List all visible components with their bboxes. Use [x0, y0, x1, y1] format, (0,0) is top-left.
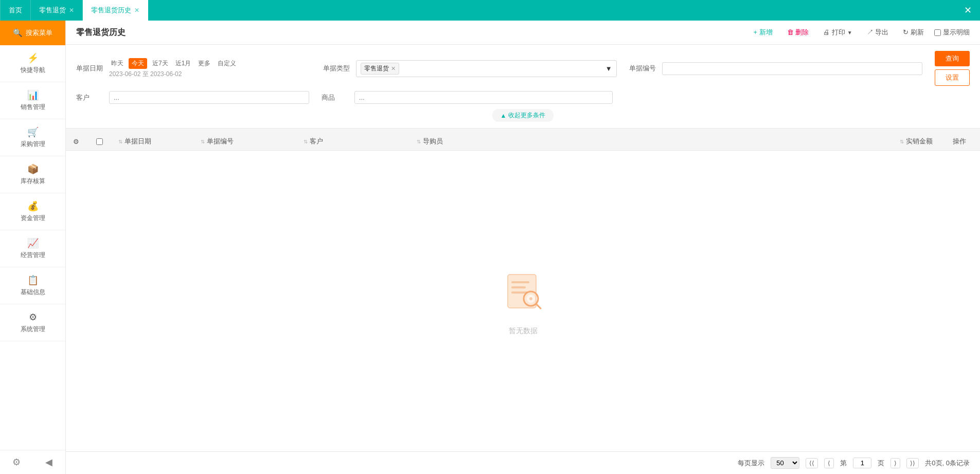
print-dropdown-icon: ▼ [847, 30, 852, 35]
th-date[interactable]: ⇅ 单据日期 [112, 137, 194, 146]
select-all-checkbox[interactable] [96, 138, 103, 145]
print-button[interactable]: 🖨 打印 ▼ [819, 26, 857, 39]
content-area: 零售退货历史 + 新增 🗑 删除 🖨 打印 ▼ ↗ 导出 ↻ 刷新 [66, 21, 980, 474]
sidebar-item-quick-nav[interactable]: ⚡ 快捷导航 [0, 45, 65, 82]
quick-nav-icon: ⚡ [27, 52, 39, 64]
set-button[interactable]: 设置 [935, 69, 970, 86]
bill-type-tag-close[interactable]: ✕ [391, 65, 396, 72]
last-page-button[interactable]: ⟩⟩ [906, 458, 919, 468]
tab-home[interactable]: 首页 [0, 0, 31, 21]
window-close-button[interactable]: ✕ [956, 5, 980, 16]
pagination: 每页显示 50 10 20 100 ⟨⟨ ⟨ 第 页 ⟩ ⟩⟩ 共0页, 0条记… [66, 451, 980, 474]
query-button[interactable]: 查询 [935, 51, 970, 66]
customer-input[interactable] [109, 91, 309, 104]
th-checkbox[interactable] [86, 138, 112, 145]
purchase-icon: 🛒 [27, 126, 39, 138]
date-btn-custom[interactable]: 自定义 [216, 58, 238, 69]
date-shortcuts: 昨天 今天 近7天 近1月 更多 自定义 [109, 58, 238, 69]
date-label: 单据日期 [76, 64, 105, 73]
th-settings[interactable]: ⚙ [66, 138, 86, 145]
sort-date-icon: ⇅ [118, 139, 122, 144]
column-settings-icon[interactable]: ⚙ [73, 138, 79, 145]
close-tab-retail-return-history[interactable]: ✕ [134, 7, 139, 14]
page-number-input[interactable] [853, 458, 871, 468]
refresh-button[interactable]: ↻ 刷新 [899, 26, 928, 39]
action-buttons: 查询 设置 [935, 51, 970, 86]
collapse-row: ▲ 收起更多条件 [76, 109, 970, 122]
date-btn-7days[interactable]: 近7天 [150, 58, 170, 69]
sales-icon: 📊 [27, 89, 39, 101]
bill-type-filter: 单据类型 零售退货 ✕ ▼ [323, 60, 616, 77]
th-bill-no[interactable]: ⇅ 单据编号 [194, 137, 297, 146]
sort-bill-icon: ⇅ [201, 139, 205, 144]
date-btn-yesterday[interactable]: 昨天 [109, 58, 126, 69]
inventory-icon: 📦 [27, 163, 39, 175]
goods-filter: 商品 [322, 91, 613, 104]
show-detail-checkbox-label[interactable]: 显示明细 [934, 28, 970, 37]
svg-rect-2 [511, 286, 526, 288]
bill-type-tag: 零售退货 ✕ [361, 63, 399, 75]
date-btn-today[interactable]: 今天 [129, 58, 147, 69]
page-size-label: 每页显示 [738, 459, 764, 468]
show-detail-checkbox[interactable] [934, 29, 941, 36]
tab-retail-return-history[interactable]: 零售退货历史 ✕ [83, 0, 148, 21]
sidebar-toggle-button[interactable]: ◀ [33, 450, 66, 474]
date-btn-1month[interactable]: 近1月 [173, 58, 193, 69]
page-size-select[interactable]: 50 10 20 100 [771, 457, 799, 469]
bill-type-dropdown-icon: ▼ [605, 65, 612, 72]
next-page-button[interactable]: ⟩ [890, 458, 900, 468]
sidebar-item-operations[interactable]: 📈 经营管理 [0, 230, 65, 267]
th-customer[interactable]: ⇅ 客户 [297, 137, 411, 146]
goods-input[interactable] [354, 91, 613, 104]
collapse-button[interactable]: ▲ 收起更多条件 [492, 109, 554, 122]
svg-line-5 [536, 304, 541, 308]
sidebar-search[interactable]: 🔍 搜索菜单 [0, 21, 65, 45]
first-page-button[interactable]: ⟨⟨ [806, 458, 818, 468]
sidebar-item-inventory[interactable]: 📦 库存核算 [0, 156, 65, 193]
svg-rect-1 [511, 281, 529, 283]
th-amount[interactable]: ⇅ 实销金额 [867, 137, 939, 146]
tab-list: 首页 零售退货 ✕ 零售退货历史 ✕ [0, 0, 956, 21]
sidebar-item-basic-info[interactable]: 📋 基础信息 [0, 267, 65, 304]
sidebar-settings-button[interactable]: ⚙ [0, 450, 33, 474]
page-unit-label: 页 [878, 459, 884, 468]
close-tab-retail-return[interactable]: ✕ [69, 7, 74, 14]
empty-text: 暂无数据 [509, 326, 538, 336]
new-button[interactable]: + 新增 [749, 26, 776, 39]
sort-amount-icon: ⇅ [900, 139, 904, 144]
prev-page-button[interactable]: ⟨ [824, 458, 834, 468]
sidebar-item-finance[interactable]: 💰 资金管理 [0, 193, 65, 230]
bill-type-label: 单据类型 [323, 64, 352, 73]
total-info: 共0页, 0条记录 [925, 459, 970, 468]
page-title: 零售退货历史 [76, 27, 126, 38]
bill-type-select[interactable]: 零售退货 ✕ ▼ [356, 60, 616, 77]
sidebar: 🔍 搜索菜单 ⚡ 快捷导航 📊 销售管理 🛒 采购管理 📦 库存核算 💰 资金管… [0, 21, 66, 474]
goods-label: 商品 [322, 93, 350, 102]
basic-info-icon: 📋 [27, 275, 39, 286]
search-icon: 🔍 [13, 28, 23, 38]
sidebar-item-system-mgmt[interactable]: ⚙ 系统管理 [0, 304, 65, 341]
collapse-icon: ▲ [501, 112, 507, 119]
customer-label: 客户 [76, 93, 105, 102]
sidebar-item-purchase-mgmt[interactable]: 🛒 采购管理 [0, 119, 65, 156]
bill-number-filter: 单据编号 [629, 62, 922, 75]
date-range-display: 2023-06-02 至 2023-06-02 [109, 70, 238, 79]
th-action: 操作 [939, 137, 980, 146]
export-button[interactable]: ↗ 导出 [863, 26, 893, 39]
finance-icon: 💰 [27, 200, 39, 212]
bill-number-input[interactable] [662, 62, 922, 75]
empty-icon [497, 267, 549, 318]
date-btn-more[interactable]: 更多 [196, 58, 212, 69]
th-guide[interactable]: ⇅ 导购员 [411, 137, 867, 146]
date-shortcuts-container: 昨天 今天 近7天 近1月 更多 自定义 2023-06-02 至 2023-0… [109, 58, 238, 79]
tab-retail-return[interactable]: 零售退货 ✕ [31, 0, 83, 21]
sort-guide-icon: ⇅ [417, 139, 421, 144]
sidebar-item-sales-mgmt[interactable]: 📊 销售管理 [0, 82, 65, 119]
delete-button[interactable]: 🗑 删除 [783, 26, 813, 39]
customer-filter: 客户 [76, 91, 309, 104]
operations-icon: 📈 [27, 238, 39, 249]
empty-state: 暂无数据 [66, 151, 980, 451]
date-filter: 单据日期 昨天 今天 近7天 近1月 更多 自定义 2023-06-02 至 2… [76, 58, 311, 79]
table-area: ⚙ ⇅ 单据日期 ⇅ 单据编号 ⇅ 客户 ⇅ [66, 133, 980, 474]
page-header: 零售退货历史 + 新增 🗑 删除 🖨 打印 ▼ ↗ 导出 ↻ 刷新 [66, 21, 980, 45]
